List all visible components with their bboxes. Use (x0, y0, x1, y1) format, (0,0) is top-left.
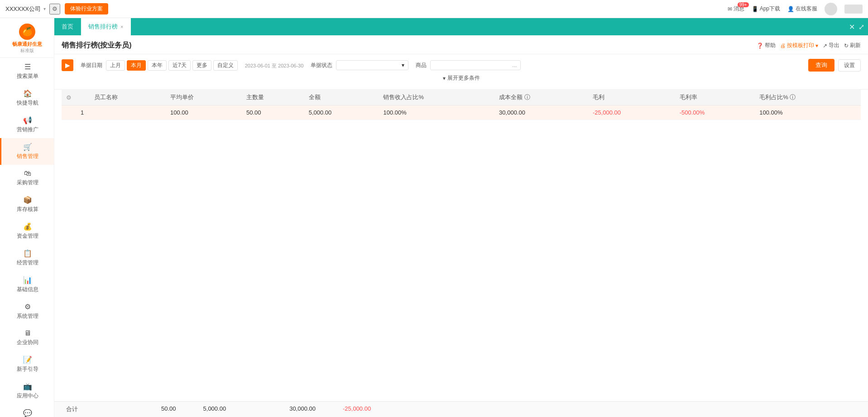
company-selector[interactable]: XXXXXX公司 ▾ (5, 5, 46, 13)
help-button[interactable]: ❓ 帮助 (757, 42, 776, 49)
footer-cost: 30,000.00 (285, 405, 320, 413)
sidebar-label-search: 搜索菜单 (17, 72, 38, 80)
sidebar-label-inventory: 库存核算 (17, 206, 38, 213)
table-area: ⚙ 员工名称 平均单价 主数量 全额 销售收入占比% 成本全额 ⓘ 毛利 毛利率… (54, 90, 868, 401)
this-month-btn[interactable]: 本月 (127, 60, 146, 71)
col-gross-pct: 毛利占比% ⓘ (755, 90, 861, 105)
more-btn[interactable]: 更多 (192, 60, 211, 71)
expand-icon: ▾ (443, 75, 446, 81)
logo-title: 畅康通好生意 (12, 41, 42, 48)
app-download-button[interactable]: 📱 App下载 (752, 5, 780, 13)
prev-month-btn[interactable]: 上月 (106, 60, 125, 71)
gear-button[interactable]: ⚙ (49, 4, 60, 14)
print-chevron-icon: ▾ (815, 43, 818, 49)
service-label: 在线客服 (796, 5, 817, 13)
print-button[interactable]: 🖨 按模板打印 ▾ (780, 42, 818, 49)
sidebar-item-inventory[interactable]: 📦 库存核算 (0, 191, 54, 218)
settings-button[interactable]: 设置 (838, 59, 861, 72)
status-select[interactable]: ▾ (336, 60, 408, 70)
tab-sales-label: 销售排行榜 (88, 23, 118, 31)
date-range-text: 2023-06-01 至 2023-06-30 (245, 62, 304, 69)
chevron-down-icon: ▾ (43, 6, 46, 11)
gear-icon: ⚙ (52, 5, 58, 12)
quick-filter-toggle[interactable]: ▶ (62, 59, 73, 71)
action-buttons: 查询 设置 (808, 59, 861, 72)
export-icon: ↗ (823, 43, 827, 49)
row-name (90, 105, 166, 120)
col-settings[interactable]: ⚙ (62, 90, 76, 105)
page-header: 销售排行榜(按业务员) ❓ 帮助 🖨 按模板打印 ▾ ↗ 导出 (54, 35, 868, 54)
sidebar-item-enterprise[interactable]: 🖥 企业协同 (0, 325, 54, 351)
sidebar-item-basics[interactable]: 📊 基础信息 (0, 271, 54, 298)
filter-area: ▶ 单据日期 上月 本月 本年 近7天 更多 自定义 2023 (54, 54, 868, 90)
trial-button[interactable]: 体验行业方案 (65, 3, 108, 14)
sidebar-item-guide[interactable]: 📝 新手引导 (0, 351, 54, 378)
operations-icon: 📋 (23, 249, 32, 258)
export-button[interactable]: ↗ 导出 (823, 42, 839, 49)
marketing-icon: 📢 (23, 116, 32, 125)
page-title: 销售排行榜(按业务员) (62, 41, 132, 50)
system-icon: ⚙ (24, 302, 31, 311)
tab-sales-ranking[interactable]: 销售排行榜 × (81, 18, 131, 35)
date-filter-buttons: 上月 本月 本年 近7天 更多 自定义 (106, 60, 238, 71)
tab-close-icon[interactable]: × (120, 24, 123, 29)
sidebar-item-operations[interactable]: 📋 经营管理 (0, 244, 54, 271)
tab-bar-actions: ✕ ⤢ (849, 23, 868, 31)
finance-icon: 💰 (23, 222, 32, 231)
goods-more-icon: ... (512, 62, 517, 68)
date-filter-item: 单据日期 上月 本月 本年 近7天 更多 自定义 (81, 60, 238, 71)
sidebar-item-purchase[interactable]: 🛍 采购管理 (0, 165, 54, 191)
sidebar-item-search[interactable]: ☰ 搜索菜单 (0, 58, 54, 85)
table-header-row: ⚙ 员工名称 平均单价 主数量 全额 销售收入占比% 成本全额 ⓘ 毛利 毛利率… (62, 90, 861, 105)
refresh-button[interactable]: ↻ 刷新 (844, 42, 861, 49)
footer-quantity: 50.00 (157, 405, 181, 413)
sidebar-item-wechat[interactable]: 💬 企业微信 (0, 404, 54, 417)
expand-label: 展开更多条件 (447, 74, 480, 82)
goods-input[interactable]: ... (430, 60, 521, 70)
query-button[interactable]: 查询 (808, 59, 834, 72)
logo-sub: 标准版 (20, 48, 34, 54)
tab-home[interactable]: 首页 (54, 18, 81, 35)
sidebar-item-system[interactable]: ⚙ 系统管理 (0, 298, 54, 325)
custom-btn[interactable]: 自定义 (213, 60, 238, 71)
col-amount: 全额 (304, 90, 379, 105)
company-name: XXXXXX公司 (5, 5, 41, 13)
sidebar-item-apps[interactable]: 📺 应用中心 (0, 378, 54, 404)
this-year-btn[interactable]: 本年 (148, 60, 167, 71)
row-amount: 5,000.00 (304, 105, 379, 120)
recent7-btn[interactable]: 近7天 (168, 60, 191, 71)
date-range-display: 2023-06-01 至 2023-06-30 (245, 62, 304, 69)
sidebar-item-sales[interactable]: 🛒 销售管理 (0, 138, 54, 165)
sidebar: 🍊 畅康通好生意 标准版 ☰ 搜索菜单 🏠 快捷导航 📢 营销推广 🛒 销售管理… (0, 18, 54, 417)
col-avg-price: 平均单价 (166, 90, 242, 105)
avatar[interactable] (825, 3, 837, 15)
page-actions: ❓ 帮助 🖨 按模板打印 ▾ ↗ 导出 ↻ 刷新 (757, 42, 861, 49)
app-icon: 📱 (752, 6, 758, 12)
sidebar-label-basics: 基础信息 (17, 286, 38, 293)
sidebar-item-finance[interactable]: 💰 资金管理 (0, 218, 54, 244)
goods-filter-label: 商品 (416, 62, 427, 69)
content-area: 首页 销售排行榜 × ✕ ⤢ 销售排行榜(按业务员) ❓ 帮助 (54, 18, 868, 417)
footer-amount: 5,000.00 (199, 405, 231, 413)
sidebar-label-nav: 快捷导航 (17, 99, 38, 107)
expand-conditions-button[interactable]: ▾ 展开更多条件 (62, 72, 861, 85)
message-button[interactable]: ✉ 消息 99+ (728, 5, 744, 13)
sidebar-label-purchase: 采购管理 (17, 179, 38, 187)
enterprise-icon: 🖥 (24, 329, 31, 337)
data-table: ⚙ 员工名称 平均单价 主数量 全额 销售收入占比% 成本全额 ⓘ 毛利 毛利率… (62, 90, 861, 120)
online-service-button[interactable]: 👤 在线客服 (787, 5, 817, 13)
tab-bar: 首页 销售排行榜 × ✕ ⤢ (54, 18, 868, 35)
filter-row: ▶ 单据日期 上月 本月 本年 近7天 更多 自定义 2023 (62, 59, 861, 72)
goods-filter-item: 商品 ... (416, 60, 521, 70)
row-avg-price: 100.00 (166, 105, 242, 120)
help-icon: ❓ (757, 43, 763, 49)
sidebar-label-enterprise: 企业协同 (17, 339, 38, 346)
sidebar-item-nav[interactable]: 🏠 快捷导航 (0, 85, 54, 111)
date-filter-label: 单据日期 (81, 62, 102, 69)
tab-close-window-icon[interactable]: ✕ (849, 23, 855, 31)
tab-expand-icon[interactable]: ⤢ (858, 23, 864, 31)
sidebar-label-guide: 新手引导 (17, 365, 38, 373)
main-layout: 🍊 畅康通好生意 标准版 ☰ 搜索菜单 🏠 快捷导航 📢 营销推广 🛒 销售管理… (0, 18, 868, 417)
page-content: 销售排行榜(按业务员) ❓ 帮助 🖨 按模板打印 ▾ ↗ 导出 (54, 35, 868, 417)
sidebar-item-marketing[interactable]: 📢 营销推广 (0, 111, 54, 138)
